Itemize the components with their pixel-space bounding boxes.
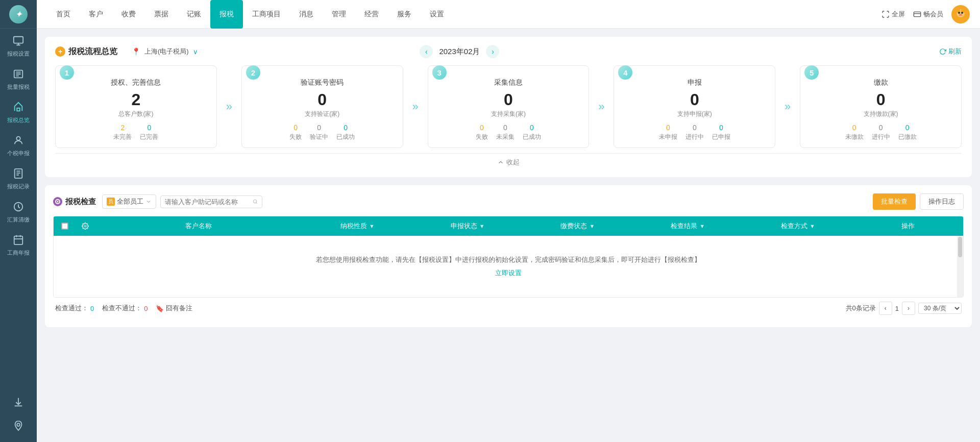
tax-check-card: 报税检查 员 全部员工 批量检查 操作日志 [45, 185, 972, 327]
sidebar-item-personal-tax[interactable]: 个税申报 [0, 128, 37, 161]
stat-label: 未申报 [659, 133, 677, 141]
th-checkbox[interactable] [54, 216, 76, 236]
sidebar-item-download[interactable] [0, 390, 37, 413]
sidebar-bottom [0, 390, 37, 442]
sidebar-item-label: 报税总览 [7, 116, 30, 124]
member-btn[interactable]: 畅会员 [913, 10, 943, 19]
step-3-count: 0 [504, 91, 513, 108]
sidebar-item-tax-settings[interactable]: 报税设置 [0, 29, 37, 62]
th-tax-type: 纳税性质 ▼ [303, 216, 413, 236]
fullscreen-btn[interactable]: 全屏 [881, 10, 905, 19]
step-5-title: 缴款 [874, 78, 888, 87]
th-gear[interactable] [76, 216, 94, 236]
nav-services[interactable]: 服务 [388, 0, 421, 29]
topnav: 首页 客户 收费 票据 记账 报税 工商项目 消息 管理 经营 服务 设置 全屏… [37, 0, 980, 29]
pass-count[interactable]: 0 [90, 305, 94, 312]
nav-home[interactable]: 首页 [47, 0, 80, 29]
stat-label: 未完善 [113, 133, 132, 141]
stat-label: 已缴款 [898, 133, 917, 141]
sidebar-item-label: 个税申报 [7, 150, 30, 157]
filter-icon[interactable]: ▼ [479, 223, 485, 229]
nav-commerce[interactable]: 工商项目 [243, 0, 290, 29]
prev-page-btn[interactable]: ‹ [879, 302, 892, 315]
nav-tax[interactable]: 报税 [210, 0, 243, 29]
nav-fees[interactable]: 收费 [112, 0, 145, 29]
svg-rect-0 [14, 37, 23, 43]
step-3-subtitle: 支持采集(家) [491, 110, 526, 118]
sidebar-item-tax-record[interactable]: 报税记录 [0, 161, 37, 194]
step-5-card: 5 缴款 0 支持缴款(家) 0 未缴款 0 进行中 [800, 65, 962, 148]
collapse-bar[interactable]: 收起 [55, 153, 962, 169]
pagination: 共0条记录 ‹ 1 › 30 条/页 50 条/页 100 条/页 [846, 302, 962, 315]
nav-messages[interactable]: 消息 [290, 0, 323, 29]
nav-clients[interactable]: 客户 [80, 0, 112, 29]
batch-check-btn[interactable]: 批量检查 [873, 193, 916, 210]
dropdown-arrow-icon[interactable]: ∨ [193, 48, 198, 56]
filter-icon[interactable]: ▼ [699, 223, 705, 229]
svg-point-19 [84, 225, 86, 227]
sidebar-item-settlement[interactable]: 汇算清缴 [0, 194, 37, 228]
next-month-btn[interactable]: › [486, 45, 499, 58]
svg-point-17 [57, 201, 59, 203]
step-5-stat-2: 0 已缴款 [898, 124, 917, 141]
staff-select[interactable]: 员 全部员工 [102, 194, 156, 209]
operation-log-btn[interactable]: 操作日志 [920, 193, 964, 210]
sidebar-item-label: 报税记录 [7, 183, 30, 190]
step-3-card: 3 采集信息 0 支持采集(家) 0 失败 0 未采集 [428, 65, 590, 148]
table-scrollbar[interactable] [957, 236, 963, 297]
prev-month-btn[interactable]: ‹ [420, 45, 433, 58]
step-5-stat-0: 0 未缴款 [845, 124, 864, 141]
sidebar-item-tax-overview[interactable]: 报税总览 [0, 95, 37, 128]
select-all-checkbox[interactable] [61, 223, 68, 230]
step-3-stat-2: 0 已成功 [523, 124, 541, 141]
collapse-icon [497, 159, 504, 166]
filter-icon[interactable]: ▼ [369, 223, 375, 229]
fullscreen-icon [881, 10, 890, 18]
refresh-btn[interactable]: 刷新 [939, 47, 962, 56]
th-client-name: 客户名称 [94, 216, 303, 236]
step-5-subtitle: 支持缴款(家) [864, 110, 898, 118]
svg-point-7 [17, 423, 20, 426]
sidebar-item-location[interactable] [0, 413, 37, 437]
stat-num: 0 [693, 124, 697, 132]
nav-accounting[interactable]: 记账 [178, 0, 210, 29]
search-icon[interactable] [253, 198, 258, 205]
filter-icon[interactable]: ▼ [589, 223, 595, 229]
svg-point-3 [16, 137, 20, 140]
setup-link[interactable]: 立即设置 [495, 266, 522, 280]
footer-note: 🔖 囧有备注 [156, 304, 192, 313]
page-size-select[interactable]: 30 条/页 50 条/页 100 条/页 [918, 303, 962, 314]
nav-operations[interactable]: 经营 [355, 0, 388, 29]
step-1-stat-0: 2 未完善 [113, 124, 132, 141]
staff-label: 全部员工 [117, 197, 143, 206]
svg-point-15 [959, 14, 962, 16]
location-mark-icon: 📍 [132, 47, 140, 56]
stat-num: 0 [317, 124, 321, 132]
step-4-num: 4 [618, 65, 632, 80]
next-page-btn[interactable]: › [902, 302, 915, 315]
note-icon: 🔖 [156, 305, 164, 312]
check-actions: 批量检查 操作日志 [873, 193, 964, 210]
sidebar-item-label: 汇算清缴 [7, 216, 30, 224]
nav-invoices[interactable]: 票据 [145, 0, 178, 29]
nav-management[interactable]: 管理 [323, 0, 355, 29]
sidebar-item-annual-report[interactable]: 工商年报 [0, 228, 37, 261]
nav-settings[interactable]: 设置 [421, 0, 453, 29]
step-2-subtitle: 支持验证(家) [305, 110, 339, 118]
step-4-stat-0: 0 未申报 [659, 124, 677, 141]
stat-num: 0 [530, 124, 534, 132]
th-pay-status: 缴费状态 ▼ [523, 216, 633, 236]
avatar[interactable] [951, 5, 970, 23]
refresh-icon [939, 48, 946, 55]
scrollbar-thumb[interactable] [958, 237, 962, 257]
location-icon [11, 419, 26, 433]
sidebar-item-label: 工商年报 [7, 249, 30, 257]
stat-num: 0 [503, 124, 507, 132]
sidebar-item-batch-tax[interactable]: 批量报税 [0, 62, 37, 95]
fail-count[interactable]: 0 [144, 305, 148, 312]
filter-icon[interactable]: ▼ [810, 223, 815, 229]
fullscreen-label: 全屏 [892, 10, 905, 19]
flow-card-header: + 报税流程总览 📍 上海(电子税局) ∨ ‹ 2023年02月 › 刷新 [55, 45, 962, 58]
stat-label: 验证中 [310, 133, 328, 141]
search-input[interactable] [165, 198, 251, 206]
